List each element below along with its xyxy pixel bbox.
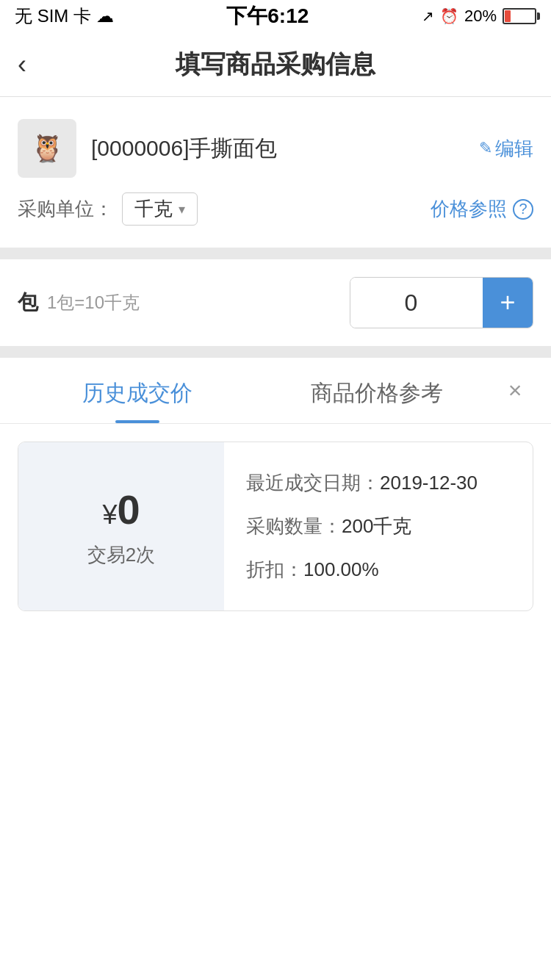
product-card: 🦉 [0000006]手撕面包 ✎ 编辑 采购单位： 千克 ▾ 价格参照 ? <box>0 97 551 248</box>
discount-label: 折扣： <box>246 558 303 580</box>
edit-button[interactable]: ✎ 编辑 <box>479 136 533 162</box>
recent-date-row: 最近成交日期：2019-12-30 <box>246 469 511 497</box>
product-top-row: 🦉 [0000006]手撕面包 ✎ 编辑 <box>18 119 533 178</box>
status-left: 无 SIM 卡 ☁ <box>15 4 114 28</box>
purchase-unit: 采购单位： 千克 ▾ <box>18 192 198 226</box>
tabs-close-button[interactable]: × <box>497 372 533 409</box>
purchase-unit-label: 采购单位： <box>18 196 113 222</box>
discount-row: 折扣：100.00% <box>246 555 511 584</box>
quantity-input-group: + <box>350 277 533 328</box>
transaction-list: ¥0 交易2次 最近成交日期：2019-12-30 采购数量：200千克 折扣：… <box>0 424 551 629</box>
close-icon: × <box>508 377 522 404</box>
unit-value: 千克 <box>134 196 173 222</box>
alarm-icon: ⏰ <box>440 7 458 25</box>
discount-value: 100.00% <box>303 558 379 580</box>
price-ref-info-icon: ? <box>513 199 533 220</box>
purchase-qty-label: 采购数量： <box>246 515 342 537</box>
currency-symbol: ¥ <box>102 500 117 530</box>
page-title: 填写商品采购信息 <box>176 48 375 82</box>
back-icon: ‹ <box>18 49 26 79</box>
product-bottom-row: 采购单位： 千克 ▾ 价格参照 ? <box>18 192 533 226</box>
price-value: 0 <box>117 486 140 533</box>
status-bar: 无 SIM 卡 ☁ 下午6:12 ↗ ⏰ 20% <box>0 0 551 32</box>
divider-1 <box>0 248 551 259</box>
edit-icon: ✎ <box>479 139 492 158</box>
recent-date-label: 最近成交日期： <box>246 472 380 494</box>
product-name: [0000006]手撕面包 <box>91 134 277 164</box>
quantity-input[interactable] <box>350 278 483 328</box>
tab-history-label: 历史成交价 <box>82 381 192 405</box>
package-label: 包 <box>18 289 38 317</box>
quantity-row: 包 1包=10千克 + <box>0 259 551 346</box>
transaction-card: ¥0 交易2次 最近成交日期：2019-12-30 采购数量：200千克 折扣：… <box>18 442 533 611</box>
recent-date-value: 2019-12-30 <box>380 472 478 494</box>
tabs-header: 历史成交价 商品价格参考 × <box>0 358 551 424</box>
nav-bar: ‹ 填写商品采购信息 <box>0 32 551 97</box>
transaction-right: 最近成交日期：2019-12-30 采购数量：200千克 折扣：100.00% <box>224 442 533 610</box>
price-ref-label: 价格参照 <box>431 196 507 222</box>
transaction-left: ¥0 交易2次 <box>18 442 224 610</box>
plus-icon: + <box>500 287 515 318</box>
back-button[interactable]: ‹ <box>18 49 26 80</box>
price-ref-button[interactable]: 价格参照 ? <box>431 196 533 222</box>
transaction-count: 交易2次 <box>87 542 155 568</box>
battery-icon <box>503 8 536 24</box>
tab-history-price[interactable]: 历史成交价 <box>18 358 257 423</box>
battery-percent: 20% <box>464 7 497 26</box>
unit-select[interactable]: 千克 ▾ <box>122 192 198 226</box>
purchase-qty-row: 采购数量：200千克 <box>246 512 511 541</box>
quantity-plus-button[interactable]: + <box>483 278 533 328</box>
status-time: 下午6:12 <box>226 2 309 30</box>
location-icon: ↗ <box>422 7 434 25</box>
battery-fill <box>505 10 511 22</box>
tab-product-label: 商品价格参考 <box>311 381 443 405</box>
product-owl-icon: 🦉 <box>31 133 64 164</box>
purchase-qty-value: 200千克 <box>342 515 411 537</box>
status-right: ↗ ⏰ 20% <box>422 7 536 26</box>
divider-2 <box>0 346 551 358</box>
edit-label: 编辑 <box>495 136 533 162</box>
product-left: 🦉 [0000006]手撕面包 <box>18 119 277 178</box>
bottom-content <box>0 629 551 980</box>
quantity-label: 包 1包=10千克 <box>18 289 140 317</box>
tabs-panel: 历史成交价 商品价格参考 × ¥0 交易2次 最近成交日期：2019-12-30… <box>0 358 551 629</box>
product-thumbnail: 🦉 <box>18 119 76 178</box>
sim-label: 无 SIM 卡 ☁ <box>15 4 114 28</box>
transaction-price: ¥0 <box>102 486 140 533</box>
dropdown-icon: ▾ <box>179 201 185 217</box>
package-conversion: 1包=10千克 <box>47 291 140 314</box>
tab-product-price[interactable]: 商品价格参考 <box>257 358 497 423</box>
